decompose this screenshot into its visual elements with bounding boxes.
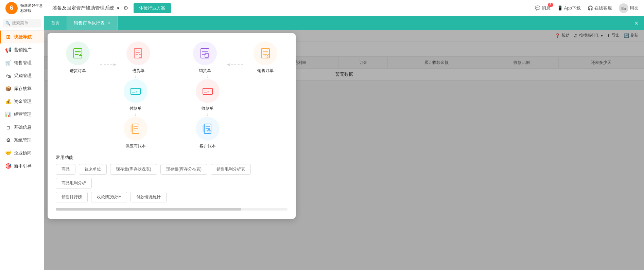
tab-sales-order[interactable]: 销售订单执行表× <box>67 16 118 30</box>
svg-rect-29 <box>204 92 207 93</box>
svg-rect-37 <box>203 125 205 132</box>
func-btn[interactable]: 往来单位 <box>79 164 107 175</box>
flow-row-1: 进货订单 ▶ <box>56 41 288 74</box>
close-all-tabs-btn[interactable]: ✕ <box>634 20 639 26</box>
user-avatar-area[interactable]: Ea 用友 <box>619 3 639 13</box>
flow-row-v2: ↓ ↓ <box>56 111 288 117</box>
headset-icon: 🎧 <box>588 5 593 11</box>
sidebar-item-inventory[interactable]: 📦 库存核算 <box>0 82 44 95</box>
func-btn[interactable]: 现存量(库存分布表) <box>160 164 207 175</box>
experience-btn[interactable]: 体验行业方案 <box>134 3 171 13</box>
supplier-book-node[interactable]: 供应商账本 <box>114 117 158 149</box>
tab-label-home: 首页 <box>51 20 60 26</box>
sidebar-item-quick-nav[interactable]: ⊞ 快捷导航 <box>0 31 44 43</box>
func-btn[interactable]: 现存量(库存状况表) <box>110 164 157 175</box>
tab-home[interactable]: 首页 <box>44 16 67 30</box>
payment-slip-node[interactable]: ¥ 付款单 <box>114 79 158 111</box>
search-menu-btn[interactable]: 🔍 搜索菜单 <box>3 19 41 28</box>
app-download-btn[interactable]: 📱 App下载 <box>557 5 581 11</box>
menu-icon-enterprise: 🤝 <box>5 150 11 156</box>
purchase-slip-node[interactable]: 进货单 <box>116 41 160 74</box>
menu-label-basic-info: 基础信息 <box>14 124 32 130</box>
flow-row-2: ¥ 付款单 ¥ 收款单 <box>56 79 288 111</box>
func-btn[interactable]: 商品毛利分析 <box>56 178 92 188</box>
func-buttons-container: 商品往来单位现存量(库存状况表)现存量(库存分布表)销售毛利分析表商品毛利分析销… <box>56 164 288 202</box>
purchase-order-label: 进货订单 <box>70 68 86 74</box>
menu-icon-quick-nav: ⊞ <box>5 34 11 40</box>
common-funcs-section: 常用功能 商品往来单位现存量(库存状况表)现存量(库存分布表)销售毛利分析表商品… <box>56 155 288 202</box>
supplier-book-label: 供应商账本 <box>125 143 146 149</box>
svg-rect-31 <box>132 124 139 133</box>
top-right-area: 💬 消息 5 📱 App下载 🎧 在线客服 Ea 用友 <box>535 3 639 13</box>
func-row-1: 销售排行榜收款情况统计付款情况统计 <box>56 192 288 202</box>
sidebar-item-finance[interactable]: 💰 资金管理 <box>0 95 44 108</box>
modal-scrollbar[interactable] <box>56 208 288 211</box>
func-btn[interactable]: 付款情况统计 <box>130 192 167 202</box>
sidebar: 🔍 搜索菜单 ⊞ 快捷导航📢 营销推广🛒 销售管理🛍 采购管理📦 库存核算💰 资… <box>0 16 44 270</box>
sidebar-item-operations[interactable]: 📊 经营管理 <box>0 108 44 121</box>
func-btn[interactable]: 商品 <box>56 164 75 175</box>
customer-book-node[interactable]: 客户账本 <box>186 117 230 149</box>
sales-order-flow-label: 销售订单 <box>257 68 274 74</box>
menu-label-marketing: 营销推广 <box>14 47 32 53</box>
menu-icon-sales-mgmt: 🛒 <box>5 60 11 66</box>
sidebar-item-sales-mgmt[interactable]: 🛒 销售管理 <box>0 56 44 69</box>
receipt-slip-node[interactable]: ¥ 收款单 <box>186 79 230 111</box>
supplier-book-icon <box>124 117 147 141</box>
tabs-container: 首页销售订单执行表× <box>44 16 118 30</box>
menu-icon-marketing: 📢 <box>5 47 11 53</box>
purchase-order-node[interactable]: 进货订单 <box>56 41 100 74</box>
svg-rect-16 <box>261 49 269 58</box>
sales-slip-node[interactable]: 销货单 <box>183 41 227 74</box>
sidebar-item-basic-info[interactable]: 🗒 基础信息 <box>0 121 44 134</box>
menu-label-purchase-mgmt: 采购管理 <box>14 73 32 79</box>
menu-icon-beginner: 🎯 <box>5 163 11 169</box>
mobile-icon: 📱 <box>557 5 563 11</box>
receipt-slip-icon: ¥ <box>196 79 220 103</box>
sidebar-item-enterprise[interactable]: 🤝 企业协同 <box>0 147 44 160</box>
v-arrow-payment: ↓ <box>114 111 158 117</box>
menu-label-beginner: 新手引导 <box>14 163 32 169</box>
settings-icon[interactable]: ⚙ <box>123 5 128 11</box>
menu-icon-finance: 💰 <box>5 98 11 105</box>
func-btn[interactable]: 收款情况统计 <box>91 192 127 202</box>
tab-label-sales-order: 销售订单执行表 <box>74 20 105 26</box>
logo-icon: 6 <box>5 2 18 14</box>
func-btn[interactable]: 销售排行榜 <box>56 192 88 202</box>
top-bar: 6 畅康通好生意 标准版 装备及固定资产辅助管理系统 ▾ ⚙ 体验行业方案 💬 … <box>0 0 644 16</box>
sidebar-menu: ⊞ 快捷导航📢 营销推广🛒 销售管理🛍 采购管理📦 库存核算💰 资金管理📊 经营… <box>0 31 44 173</box>
tab-close-sales-order[interactable]: × <box>108 21 110 25</box>
dropdown-arrow-icon[interactable]: ▾ <box>117 5 119 11</box>
sidebar-item-marketing[interactable]: 📢 营销推广 <box>0 43 44 56</box>
sidebar-item-beginner[interactable]: 🎯 新手引导 <box>0 160 44 173</box>
search-icon: 🔍 <box>5 21 11 26</box>
logo-text: 畅康通好生意 标准版 <box>20 3 43 13</box>
sales-order-icon <box>254 41 277 65</box>
sales-order-flow-node[interactable]: 销售订单 <box>243 41 288 74</box>
svg-rect-25 <box>132 92 135 93</box>
page-content: ❓ 帮助 🖨 按模板打印 ▾ ⬆ 导出 🔄 <box>44 30 644 270</box>
menu-icon-purchase-mgmt: 🛍 <box>5 73 11 79</box>
flow-row-3: 供应商账本 客户账本 <box>56 117 288 149</box>
func-btn[interactable]: 销售毛利分析表 <box>211 164 251 175</box>
purchase-slip-label: 进货单 <box>132 68 144 74</box>
arrow-2: ◀ <box>227 62 243 74</box>
tabs-bar: 首页销售订单执行表× ✕ <box>44 16 644 30</box>
customer-book-icon <box>196 117 220 141</box>
sidebar-item-purchase-mgmt[interactable]: 🛍 采购管理 <box>0 69 44 82</box>
sidebar-item-sys-mgmt[interactable]: ⚙ 系统管理 <box>0 134 44 147</box>
sales-slip-icon <box>193 41 217 65</box>
svg-text:Ea: Ea <box>621 6 626 11</box>
payment-slip-icon: ¥ <box>124 79 147 103</box>
sales-slip-label: 销货单 <box>199 68 211 74</box>
menu-label-inventory: 库存核算 <box>14 86 32 92</box>
system-title-text: 装备及固定资产辅助管理系统 <box>52 5 114 11</box>
system-title-area: 装备及固定资产辅助管理系统 ▾ ⚙ 体验行业方案 <box>52 3 171 13</box>
menu-label-operations: 经营管理 <box>14 111 32 118</box>
svg-rect-36 <box>204 124 211 133</box>
modal-overlay[interactable]: 进货订单 ▶ <box>44 30 644 270</box>
message-btn[interactable]: 💬 消息 5 <box>535 5 551 11</box>
sidebar-search-area[interactable]: 🔍 搜索菜单 <box>0 16 44 31</box>
online-service-btn[interactable]: 🎧 在线客服 <box>588 5 612 11</box>
menu-icon-sys-mgmt: ⚙ <box>5 137 11 143</box>
